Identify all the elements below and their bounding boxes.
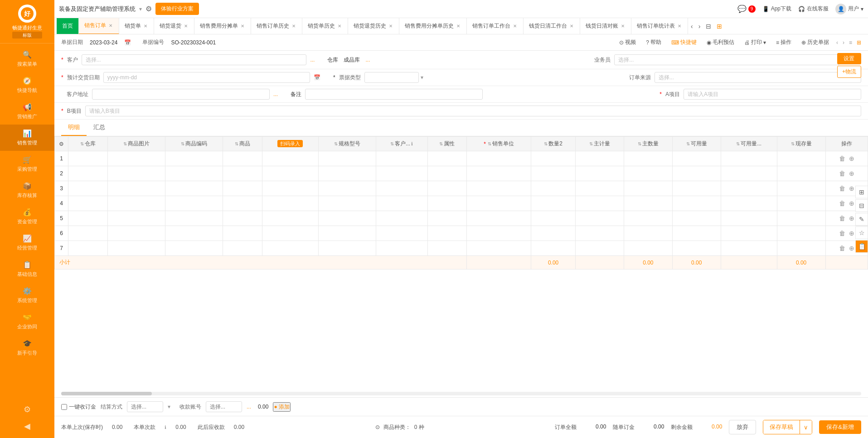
customer-input[interactable] (82, 54, 307, 65)
tab-detail[interactable]: 明细 (61, 120, 87, 136)
sidebar-item-finance[interactable]: 💰 资金管理 (0, 203, 54, 230)
sort-icon-product[interactable]: ⇅ (235, 141, 238, 146)
address-more[interactable]: ... (273, 91, 278, 97)
row-delete-3[interactable]: 🗑 (838, 184, 846, 193)
add-logistics-btn[interactable]: +物流 (837, 66, 861, 78)
tab-workbench[interactable]: 销售订单工作台 ✕ (467, 18, 524, 34)
tab-summary[interactable]: 汇总 (87, 120, 112, 136)
discard-button[interactable]: 放弃 (729, 420, 756, 434)
row-delete-1[interactable]: 🗑 (838, 154, 846, 163)
sidebar-item-system[interactable]: ⚙️ 系统管理 (0, 282, 54, 308)
row-copy-7[interactable]: ⊕ (848, 244, 855, 253)
tab-prev-arrow[interactable]: ‹ (688, 23, 696, 30)
row-copy-2[interactable]: ⊕ (848, 169, 855, 178)
tab-close-return-history[interactable]: ✕ (388, 23, 393, 29)
chevron-down-icon[interactable]: ▾ (139, 6, 142, 12)
sort-icon-av2[interactable]: ⇅ (736, 141, 740, 146)
rt-btn-5[interactable]: 📋 (855, 240, 868, 253)
row-delete-7[interactable]: 🗑 (838, 244, 846, 253)
tab-daily-workbench[interactable]: 钱货日清工作台 ✕ (524, 18, 580, 34)
invoice-input[interactable]: 不开票 (364, 72, 419, 83)
th-settings[interactable]: ⚙ (55, 137, 68, 151)
sort-icon-unit[interactable]: ⇅ (488, 141, 491, 146)
address-input[interactable] (92, 89, 270, 100)
shortcut-btn[interactable]: ⌨ 快捷键 (669, 37, 699, 48)
calendar2-icon[interactable]: 📅 (314, 74, 320, 81)
sidebar-collapse-btn[interactable]: ◀ (22, 419, 33, 433)
tab-close-stats[interactable]: ✕ (677, 23, 682, 29)
sort-icon-code[interactable]: ⇅ (181, 141, 184, 146)
tab-expand-icon[interactable]: ⊟ (703, 23, 714, 30)
rt-btn-4[interactable]: ☆ (855, 226, 868, 239)
sort-icon-st[interactable]: ⇅ (791, 141, 795, 146)
notification-btn[interactable]: 💬 9 (737, 5, 756, 13)
tab-order-history[interactable]: 销售订单历史 ✕ (251, 18, 302, 34)
sidebar-item-search[interactable]: 🔍 搜索菜单 (0, 46, 54, 72)
scrollbar-thumb[interactable] (61, 392, 152, 395)
tab-home[interactable]: 首页 (57, 18, 79, 34)
sidebar-item-inventory[interactable]: 📦 库存核算 (0, 177, 54, 203)
tab-close-goods-history[interactable]: ✕ (337, 23, 342, 29)
calendar-icon[interactable]: 📅 (124, 39, 131, 46)
sort-icon-mu[interactable]: ⇅ (589, 141, 593, 146)
save-draft-button[interactable]: 保存草稿 (763, 420, 800, 434)
tab-sales-goods[interactable]: 销货单 ✕ (119, 18, 154, 34)
tab-grid-icon[interactable]: ⊞ (714, 23, 725, 30)
tab-close-reconcile[interactable]: ✕ (620, 23, 626, 29)
tab-close-order-history[interactable]: ✕ (291, 23, 296, 29)
tab-return-history[interactable]: 销货退货历史 ✕ (348, 18, 399, 34)
add-btn[interactable]: ● 添加 (273, 402, 290, 412)
row-delete-5[interactable]: 🗑 (838, 214, 846, 223)
sort-icon-qty2[interactable]: ⇅ (544, 141, 548, 146)
project-a-input[interactable] (684, 89, 861, 100)
invoice-arrow[interactable]: ▾ (421, 74, 423, 81)
payment-method-input[interactable] (127, 401, 163, 412)
method-arrow[interactable]: ▾ (168, 404, 170, 410)
info-icon[interactable]: ℹ (411, 141, 413, 146)
sidebar-item-guide[interactable]: 🎓 新手引导 (0, 335, 54, 361)
tab-return[interactable]: 销货退货 ✕ (154, 18, 194, 34)
tab-close-daily-workbench[interactable]: ✕ (569, 23, 574, 29)
tab-sales-order[interactable]: 销售订单 ✕ (79, 18, 119, 34)
scrollbar-track[interactable] (61, 392, 861, 395)
sidebar-item-management[interactable]: 📈 经营管理 (0, 230, 54, 256)
save-draft-arrow-btn[interactable]: ∨ (800, 420, 812, 434)
tab-close-return[interactable]: ✕ (183, 23, 189, 29)
customer-more[interactable]: ... (310, 57, 315, 63)
prev-record-icon[interactable]: ‹ (836, 39, 838, 46)
tab-close-sales-order[interactable]: ✕ (108, 22, 113, 29)
view-video-btn[interactable]: ⊙ 视频 (616, 37, 639, 48)
sidebar-settings-btn[interactable]: ⚙ (21, 402, 33, 417)
remark-input[interactable] (305, 89, 483, 100)
tab-close-fee-split[interactable]: ✕ (240, 23, 245, 29)
rt-btn-1[interactable]: ⊞ (855, 186, 868, 198)
sort-icon-spec[interactable]: ⇅ (334, 141, 338, 146)
staff-input[interactable] (614, 54, 839, 65)
print-btn[interactable]: 🖨 打印 ▾ (742, 37, 769, 48)
settings-btn[interactable]: ⚙ (145, 5, 152, 13)
sidebar-item-sales[interactable]: 📊 销售管理 (0, 125, 54, 151)
app-download-btn[interactable]: 📱 App下载 (762, 5, 791, 13)
history-btn[interactable]: ⊕ 历史单据 (799, 37, 832, 48)
settings-th-icon[interactable]: ⚙ (59, 141, 64, 147)
list-view-icon[interactable]: ≡ (849, 39, 852, 46)
row-copy-5[interactable]: ⊕ (848, 214, 855, 223)
tab-close-fee-history[interactable]: ✕ (456, 23, 461, 29)
sidebar-item-nav[interactable]: 🧭 快捷导航 (0, 72, 54, 98)
sort-icon-av[interactable]: ⇅ (686, 141, 690, 146)
account-input[interactable] (206, 401, 242, 412)
tab-fee-history[interactable]: 销售费用分摊单历史 ✕ (399, 18, 467, 34)
help-btn[interactable]: ? 帮助 (643, 37, 664, 48)
project-b-input[interactable] (85, 106, 861, 116)
tab-close-sales-goods[interactable]: ✕ (143, 23, 148, 29)
row-delete-6[interactable]: 🗑 (838, 229, 846, 238)
profit-btn[interactable]: ◉ 毛利预估 (704, 37, 737, 48)
sort-icon-image[interactable]: ⇅ (123, 141, 127, 146)
tab-reconcile[interactable]: 钱货日清对账 ✕ (580, 18, 631, 34)
online-service-btn[interactable]: 🎧 在线客服 (798, 5, 829, 13)
warehouse-more[interactable]: ... (365, 57, 370, 63)
quick-pay-label[interactable]: 一键收订金 (61, 403, 96, 411)
sidebar-item-basic[interactable]: 📋 基础信息 (0, 256, 54, 282)
delivery-input[interactable] (103, 72, 310, 83)
rt-btn-2[interactable]: ⊟ (855, 199, 868, 212)
